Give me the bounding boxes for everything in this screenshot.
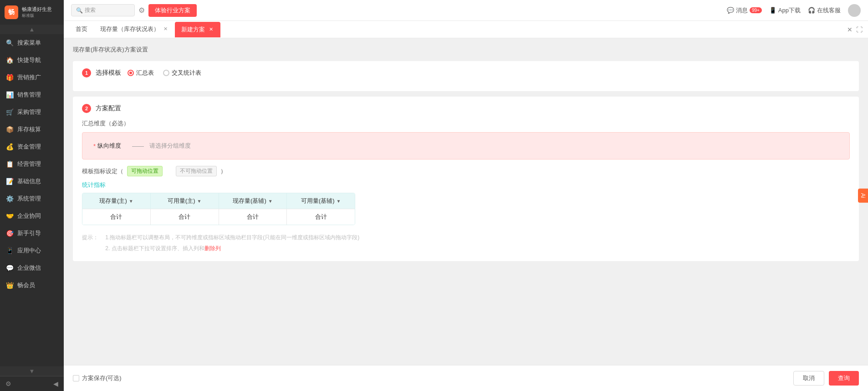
query-button[interactable]: 查询 <box>829 371 859 386</box>
col-header-3[interactable]: 可用量(基辅) ▼ <box>287 193 355 209</box>
app-download-label: App下载 <box>778 6 801 15</box>
message-label: 消息 <box>736 6 748 15</box>
tab-new-scheme[interactable]: 新建方案 ✕ <box>175 22 220 37</box>
bottom-actions: 取消 查询 <box>793 371 859 386</box>
tab-new-label: 新建方案 <box>181 26 205 34</box>
sidebar-item-inventory[interactable]: 📦 库存核算 <box>0 121 64 138</box>
tip-2: 2. 点击标题栏下拉可设置排序、插入列和删除列 <box>82 243 850 254</box>
sidebar-logo: 畅 畅康通好生意 标准版 <box>0 0 64 25</box>
sidebar-scroll-down[interactable]: ▼ <box>0 366 64 376</box>
online-service-button[interactable]: 🎧 在线客服 <box>808 6 841 15</box>
sidebar-item-label: 系统管理 <box>17 195 41 203</box>
sidebar-item-label: 企业协同 <box>17 212 41 220</box>
save-scheme-checkbox-box[interactable] <box>73 375 79 381</box>
settings-footer-icon[interactable]: ⚙ <box>5 380 11 387</box>
tab-home[interactable]: 首页 <box>69 21 94 38</box>
stats-label: 统计指标 <box>82 181 850 189</box>
step2-badge: 2 <box>82 104 91 113</box>
top-header: 🔍 搜索 ⚙ 体验行业方案 💬 消息 99+ 📱 App下载 🎧 在线客服 <box>64 0 868 21</box>
tab-inventory-status[interactable]: 现存量（库存状况表） ✕ <box>94 21 175 38</box>
trial-button[interactable]: 体验行业方案 <box>148 4 197 17</box>
sidebar-scroll-up[interactable]: ▲ <box>0 25 64 34</box>
tips-section: 提示： 1.拖动标题栏可以调整布局，不可跨维度或指标区域拖动栏目字段(只能在同一… <box>82 232 850 254</box>
header-search-icon: 🔍 <box>76 7 83 14</box>
sidebar-logo-text-group: 畅康通好生意 标准版 <box>22 6 52 19</box>
sidebar-item-purchase[interactable]: 🛒 采购管理 <box>0 103 64 121</box>
col-chevron-3: ▼ <box>337 199 341 204</box>
col-header-2[interactable]: 现存量(基辅) ▼ <box>219 193 287 209</box>
message-badge: 99+ <box>750 7 762 13</box>
wechat-icon: 💬 <box>5 264 14 272</box>
sidebar-item-sales[interactable]: 📊 销售管理 <box>0 86 64 103</box>
gift-icon: 🎁 <box>5 74 14 81</box>
header-settings-icon[interactable]: ⚙ <box>138 6 145 15</box>
app-download-button[interactable]: 📱 App下载 <box>769 6 801 15</box>
app-logo-icon: 畅 <box>5 5 18 19</box>
col-header-1[interactable]: 可用量(主) ▼ <box>151 193 219 209</box>
indicator-label-start: 模板指标设定（ <box>82 167 123 175</box>
header-search-text: 搜索 <box>85 6 96 14</box>
collapse-sidebar-icon[interactable]: ◀ <box>53 380 58 387</box>
sidebar-item-search[interactable]: 🔍 搜索菜单 <box>0 34 64 51</box>
tab-expand-icon[interactable]: ⛶ <box>856 26 863 33</box>
basic-icon: 📝 <box>5 178 14 185</box>
service-icon: 🎧 <box>808 7 815 14</box>
sidebar-item-label: 营销推广 <box>17 73 41 82</box>
dimension-placeholder: 请选择分组维度 <box>149 142 191 150</box>
tip-delete-link[interactable]: 删除列 <box>204 245 221 252</box>
tab-inventory-close-icon[interactable]: ✕ <box>162 26 168 32</box>
sidebar-item-system[interactable]: ⚙️ 系统管理 <box>0 190 64 207</box>
sidebar-item-apps[interactable]: 📱 应用中心 <box>0 242 64 259</box>
sidebar-item-finance[interactable]: 💰 资金管理 <box>0 138 64 155</box>
sidebar-item-newbie[interactable]: 🎯 新手引导 <box>0 225 64 242</box>
sidebar: 畅 畅康通好生意 标准版 ▲ 🔍 搜索菜单 🏠 快捷导航 🎁 营销推广 📊 销售… <box>0 0 64 391</box>
tab-new-close-icon[interactable]: ✕ <box>208 26 214 33</box>
sidebar-footer: ⚙ ◀ <box>0 376 64 391</box>
sidebar-nav: 🔍 搜索菜单 🏠 快捷导航 🎁 营销推广 📊 销售管理 🛒 采购管理 📦 库存核… <box>0 34 64 366</box>
sidebar-item-shortcut[interactable]: 🏠 快捷导航 <box>0 51 64 69</box>
page-title: 现存量(库存状况表)方案设置 <box>73 46 859 54</box>
sidebar-item-label: 企业微信 <box>17 264 41 272</box>
finance-icon: 💰 <box>5 143 14 150</box>
sidebar-item-basic[interactable]: 📝 基础信息 <box>0 173 64 190</box>
col-label-2: 现存量(基辅) <box>233 197 266 205</box>
step1-badge: 1 <box>82 68 91 77</box>
radio-summary[interactable]: 汇总表 <box>128 69 154 77</box>
radio-cross-label: 交叉统计表 <box>172 69 201 77</box>
required-mark: * <box>93 143 96 149</box>
stats-table: 现存量(主) ▼ 可用量(主) ▼ 现存量(基辅) ▼ 可用量(基辅) ▼ <box>82 193 355 225</box>
dimension-area[interactable]: * 纵向维度 —— 请选择分组维度 <box>82 132 850 159</box>
home-icon: 🏠 <box>5 57 14 64</box>
sidebar-item-label: 经营管理 <box>17 160 41 168</box>
sidebar-item-label: 应用中心 <box>17 247 41 255</box>
purchase-icon: 🛒 <box>5 108 14 116</box>
sidebar-item-label: 快捷导航 <box>17 56 41 64</box>
radio-cross-dot <box>163 70 169 76</box>
cancel-button[interactable]: 取消 <box>793 371 824 386</box>
col-header-0[interactable]: 现存量(主) ▼ <box>82 193 151 209</box>
message-button[interactable]: 💬 消息 99+ <box>727 6 762 15</box>
header-left: 🔍 搜索 ⚙ 体验行业方案 <box>71 4 197 17</box>
sidebar-item-label: 销售管理 <box>17 91 41 99</box>
save-scheme-checkbox[interactable]: 方案保存(可选) <box>73 374 122 382</box>
tab-close-all-icon[interactable]: ✕ <box>847 26 853 33</box>
header-search-box[interactable]: 🔍 搜索 <box>71 4 135 16</box>
ai-handle[interactable]: Ai <box>858 189 868 203</box>
sidebar-item-management[interactable]: 📋 经营管理 <box>0 155 64 173</box>
sidebar-item-label: 资金管理 <box>17 143 41 151</box>
radio-summary-label: 汇总表 <box>136 69 154 77</box>
indicator-label-mid <box>166 167 172 175</box>
radio-cross[interactable]: 交叉统计表 <box>163 69 201 77</box>
cell-1: 合计 <box>151 209 219 225</box>
sidebar-item-member[interactable]: 👑 畅会员 <box>0 277 64 294</box>
newbie-icon: 🎯 <box>5 230 14 237</box>
col-label-1: 可用量(主) <box>168 197 195 205</box>
sidebar-item-marketing[interactable]: 🎁 营销推广 <box>0 69 64 86</box>
tabs-bar: 首页 现存量（库存状况表） ✕ 新建方案 ✕ ✕ ⛶ <box>64 21 868 38</box>
user-avatar[interactable] <box>848 4 861 17</box>
tip-1: 提示： 1.拖动标题栏可以调整布局，不可跨维度或指标区域拖动栏目字段(只能在同一… <box>82 232 850 243</box>
bottom-bar: 方案保存(可选) 取消 查询 <box>64 365 868 391</box>
sidebar-item-wechat[interactable]: 💬 企业微信 <box>0 259 64 277</box>
app-name: 畅康通好生意 <box>22 6 52 13</box>
sidebar-item-corp[interactable]: 🤝 企业协同 <box>0 207 64 225</box>
